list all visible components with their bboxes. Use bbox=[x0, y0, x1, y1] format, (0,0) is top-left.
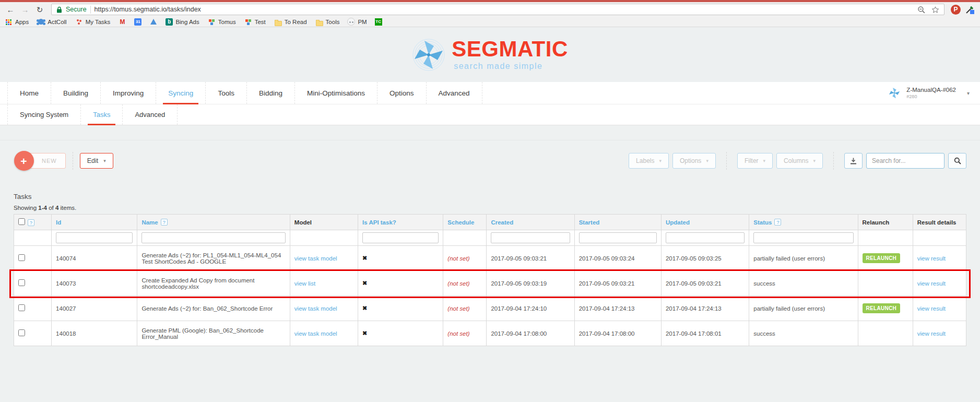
options-dropdown[interactable]: Options▾ bbox=[672, 153, 716, 169]
nav-item-syncing[interactable]: Syncing bbox=[156, 82, 205, 104]
cell-created: 2017-09-05 09:03:21 bbox=[487, 246, 574, 271]
cross-icon: ✖ bbox=[362, 280, 367, 286]
browser-back-button[interactable]: ← bbox=[5, 6, 16, 14]
column-header-id[interactable]: Id bbox=[52, 215, 137, 230]
view-result-link[interactable]: view result bbox=[917, 280, 946, 287]
user-id: #280 bbox=[906, 94, 956, 100]
cell-id: 140073 bbox=[52, 271, 137, 296]
cell-name: Create Expanded Ad Copy from document sh… bbox=[137, 271, 290, 296]
help-icon[interactable] bbox=[161, 219, 168, 226]
export-download-button[interactable] bbox=[844, 153, 863, 169]
column-header-created[interactable]: Created bbox=[487, 215, 574, 230]
nav-item-home[interactable]: Home bbox=[7, 82, 51, 104]
nav-item-tools[interactable]: Tools bbox=[205, 82, 246, 104]
model-link[interactable]: view list bbox=[294, 280, 315, 287]
bookmark-blue-triangle[interactable] bbox=[149, 18, 158, 26]
cell-result: view result bbox=[913, 271, 966, 296]
bookmark-my-tasks[interactable]: My Tasks bbox=[75, 18, 111, 26]
cell-started: 2017-09-04 17:08:00 bbox=[574, 321, 661, 346]
search-button[interactable] bbox=[948, 153, 966, 169]
browser-forward-button[interactable]: → bbox=[20, 6, 30, 14]
nav-item-building[interactable]: Building bbox=[51, 82, 100, 104]
nav-item-options[interactable]: Options bbox=[377, 82, 426, 104]
filter-input-created[interactable] bbox=[491, 232, 570, 243]
bookmark-calendar-31[interactable] bbox=[134, 18, 141, 26]
subnav-item-tasks[interactable]: Tasks bbox=[80, 104, 122, 125]
filter-cell-name bbox=[137, 230, 290, 246]
filter-input-name[interactable] bbox=[141, 232, 285, 243]
subnav-item-syncing-system[interactable]: Syncing System bbox=[7, 104, 80, 125]
column-label: Started bbox=[579, 219, 600, 226]
colorpicker-extension-icon[interactable] bbox=[965, 5, 975, 15]
bookmark-test[interactable]: Test bbox=[244, 18, 266, 26]
model-link[interactable]: view task model bbox=[294, 305, 337, 312]
bookmark-label: PM bbox=[358, 19, 367, 25]
relaunch-button[interactable]: RELAUNCH bbox=[863, 303, 901, 313]
bookmark-star-icon[interactable] bbox=[931, 6, 939, 14]
filter-input-is_api[interactable] bbox=[362, 232, 439, 243]
select-all-checkbox[interactable] bbox=[18, 218, 25, 225]
columns-dropdown[interactable]: Columns▾ bbox=[776, 153, 823, 169]
filter-dropdown[interactable]: Filter▾ bbox=[737, 153, 773, 169]
labels-dropdown[interactable]: Labels▾ bbox=[629, 153, 669, 169]
bing-icon bbox=[166, 18, 173, 26]
subnav-item-advanced[interactable]: Advanced bbox=[122, 104, 178, 125]
row-checkbox[interactable] bbox=[18, 329, 25, 336]
cell-status: partially failed (user errors) bbox=[749, 296, 858, 321]
column-header-is_api[interactable]: Is API task? bbox=[358, 215, 443, 230]
view-result-link[interactable]: view result bbox=[917, 305, 946, 312]
bookmark-actcoll[interactable]: ActColl bbox=[37, 18, 66, 26]
column-header-updated[interactable]: Updated bbox=[661, 215, 749, 230]
schedule-value: (not set) bbox=[447, 255, 469, 262]
row-checkbox[interactable] bbox=[18, 304, 25, 311]
filter-input-updated[interactable] bbox=[666, 232, 745, 243]
search-input[interactable] bbox=[872, 157, 939, 164]
column-header-started[interactable]: Started bbox=[574, 215, 661, 230]
view-result-link[interactable]: view result bbox=[917, 330, 946, 337]
bookmark-pm[interactable]: PM bbox=[347, 18, 367, 26]
model-link[interactable]: view task model bbox=[294, 255, 337, 262]
column-header-status[interactable]: Status bbox=[749, 215, 858, 230]
cell-result: view result bbox=[913, 296, 966, 321]
nav-item-bidding[interactable]: Bidding bbox=[246, 82, 294, 104]
p-extension-icon[interactable]: P bbox=[951, 5, 961, 15]
bookmark-gmail[interactable] bbox=[118, 18, 126, 26]
filter-row bbox=[14, 230, 966, 246]
summary-text: Showing bbox=[14, 205, 38, 211]
address-bar[interactable]: Secure https://tomus.segmatic.io/tasks/i… bbox=[51, 4, 944, 15]
edit-dropdown[interactable]: Edit ▾ bbox=[80, 153, 113, 169]
zoom-out-icon[interactable] bbox=[917, 6, 925, 14]
column-header-relaunch: Relaunch bbox=[858, 215, 913, 230]
nav-item-advanced[interactable]: Advanced bbox=[426, 82, 482, 104]
bookmark-bing-ads[interactable]: Bing Ads bbox=[166, 18, 199, 26]
nav-item-improving[interactable]: Improving bbox=[100, 82, 156, 104]
browser-reload-button[interactable]: ↻ bbox=[34, 6, 45, 14]
model-link[interactable]: view task model bbox=[294, 330, 337, 337]
bookmark-techcrunch[interactable] bbox=[375, 18, 382, 26]
bookmark-tomus[interactable]: Tomus bbox=[207, 18, 236, 26]
user-menu[interactable]: Z-ManualQA-#062 #280 ▾ bbox=[887, 82, 973, 104]
column-header-name[interactable]: Name bbox=[137, 215, 290, 230]
filter-cell-is_api bbox=[358, 230, 443, 246]
column-header-schedule[interactable]: Schedule bbox=[443, 215, 487, 230]
bookmark-apps[interactable]: Apps bbox=[4, 18, 29, 26]
filter-input-id[interactable] bbox=[56, 232, 133, 243]
bookmark-to-read[interactable]: To Read bbox=[274, 18, 307, 26]
filter-input-started[interactable] bbox=[579, 232, 657, 243]
row-checkbox[interactable] bbox=[18, 279, 25, 286]
bookmark-label: Test bbox=[255, 19, 266, 25]
column-label: Updated bbox=[666, 219, 690, 226]
help-icon[interactable] bbox=[774, 219, 781, 226]
nav-item-mini-optimisations[interactable]: Mini-Optimisations bbox=[294, 82, 377, 104]
help-icon[interactable] bbox=[28, 219, 34, 226]
new-task-button[interactable]: NEW bbox=[23, 153, 66, 169]
cell-name: Generate Ads (~2) for: Ban_062_Shortcode… bbox=[137, 296, 290, 321]
cross-icon: ✖ bbox=[362, 255, 367, 261]
filter-input-status[interactable] bbox=[753, 232, 853, 243]
bookmark-tools[interactable]: Tools bbox=[315, 18, 340, 26]
view-result-link[interactable]: view result bbox=[917, 255, 946, 262]
relaunch-button[interactable]: RELAUNCH bbox=[863, 253, 901, 263]
plus-icon[interactable] bbox=[14, 151, 34, 171]
reddit-icon bbox=[347, 18, 355, 26]
row-checkbox[interactable] bbox=[18, 254, 25, 261]
